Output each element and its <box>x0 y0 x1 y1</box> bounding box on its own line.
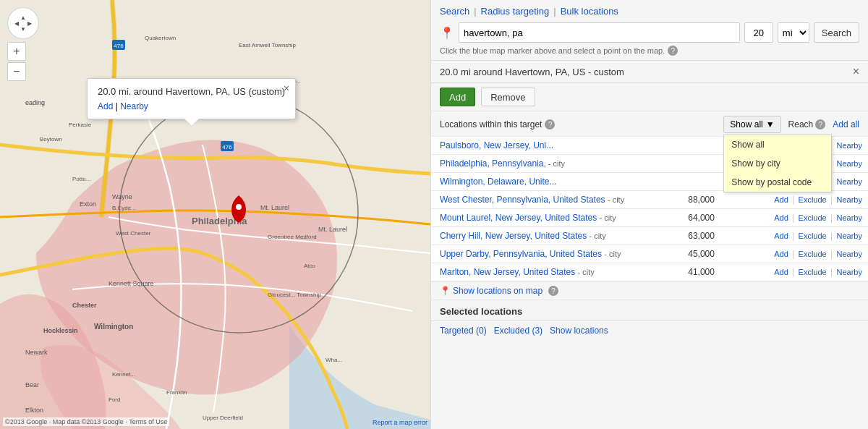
loc-reach-4: 64,000 <box>671 209 720 227</box>
loc-nearby-5[interactable]: Nearby <box>837 232 862 240</box>
panel-tabs: Search | Radius targeting | Bulk locatio… <box>440 6 859 17</box>
result-header: 20.0 mi around Havertown, PA, US - custo… <box>431 61 868 83</box>
table-row: Cherry Hill, New Jersey, United States -… <box>431 227 868 245</box>
add-all-link[interactable]: Add all <box>833 119 859 129</box>
table-row: Marlton, New Jersey, United States - cit… <box>431 263 868 281</box>
show-all-button[interactable]: Show all ▼ <box>723 116 780 133</box>
map-report-link[interactable]: Report a map error <box>373 419 427 426</box>
svg-text:Kennett Square: Kennett Square <box>109 280 154 287</box>
loc-name-6[interactable]: Upper Darby, Pennsylvania, United States… <box>431 245 671 263</box>
result-close-button[interactable]: × <box>853 65 859 78</box>
loc-name-4[interactable]: Mount Laurel, New Jersey, United States … <box>431 209 671 227</box>
loc-name-7[interactable]: Marlton, New Jersey, United States - cit… <box>431 263 671 281</box>
svg-text:Mt. Laurel: Mt. Laurel <box>260 204 289 211</box>
loc-add-7[interactable]: Add <box>774 268 788 276</box>
targeted-link[interactable]: Targeted (0) <box>440 326 487 336</box>
search-row: 📍 mi km Search <box>440 22 859 43</box>
excluded-link[interactable]: Excluded (3) <box>494 326 542 336</box>
zoom-in-button[interactable]: + <box>7 42 26 61</box>
show-locations-map-link[interactable]: 📍 Show locations on map <box>440 286 542 296</box>
loc-reach-5: 63,000 <box>671 227 720 245</box>
search-button[interactable]: Search <box>814 22 859 43</box>
loc-nearby-1[interactable]: Nearby <box>837 159 862 168</box>
svg-text:Kennet...: Kennet... <box>112 371 135 378</box>
tab-radius[interactable]: Radius targeting <box>481 6 550 17</box>
loc-add-5[interactable]: Add <box>774 232 788 240</box>
result-subtitle: custom <box>594 67 624 77</box>
loc-reach-7: 41,000 <box>671 263 720 281</box>
show-locations-link[interactable]: Show locations <box>550 326 608 336</box>
svg-text:Upper Deerfield: Upper Deerfield <box>203 415 243 421</box>
svg-text:Quakertown: Quakertown <box>145 35 176 41</box>
right-panel: Search | Radius targeting | Bulk locatio… <box>430 0 868 429</box>
selected-locations-header: Selected locations <box>431 300 868 321</box>
svg-text:B.Cyde...: B.Cyde... <box>112 205 136 211</box>
loc-exclude-3[interactable]: Exclude <box>799 195 827 204</box>
dropdown-show-postal[interactable]: Show by postal code <box>724 173 831 192</box>
loc-reach-2 <box>671 173 720 191</box>
remove-location-button[interactable]: Remove <box>481 88 535 106</box>
radius-input[interactable] <box>744 22 773 43</box>
loc-nearby-2[interactable]: Nearby <box>837 177 862 186</box>
loc-exclude-6[interactable]: Exclude <box>799 250 827 258</box>
show-all-menu: Show all Show by city Show by postal cod… <box>723 135 832 192</box>
svg-text:Potto...: Potto... <box>72 176 90 182</box>
pan-control[interactable]: ▲ ◀ ▶ ▼ <box>7 7 39 39</box>
selected-locations-row: Targeted (0) Excluded (3) Show locations <box>431 321 868 340</box>
loc-exclude-7[interactable]: Exclude <box>799 268 827 276</box>
add-location-button[interactable]: Add <box>440 88 475 106</box>
loc-nearby-6[interactable]: Nearby <box>837 250 862 258</box>
tooltip-add-link[interactable]: Add <box>98 101 113 111</box>
loc-nearby-4[interactable]: Nearby <box>837 213 862 222</box>
svg-text:eading: eading <box>25 99 45 106</box>
svg-text:▶: ▶ <box>27 20 33 27</box>
svg-text:Boytown: Boytown <box>40 136 62 143</box>
zoom-out-button[interactable]: − <box>7 62 26 81</box>
loc-add-3[interactable]: Add <box>774 195 788 204</box>
dropdown-show-all[interactable]: Show all <box>724 135 831 154</box>
tab-sep-2: | <box>553 6 556 17</box>
reach-text: Reach <box>788 119 814 129</box>
loc-exclude-4[interactable]: Exclude <box>799 213 827 222</box>
loc-nearby-0[interactable]: Nearby <box>837 141 862 150</box>
loc-actions-6: Add | Exclude | Nearby <box>720 245 868 263</box>
tab-bulk[interactable]: Bulk locations <box>561 6 618 17</box>
loc-actions-3: Add | Exclude | Nearby <box>720 191 868 209</box>
svg-text:▼: ▼ <box>20 26 26 33</box>
loc-name-5[interactable]: Cherry Hill, New Jersey, United States -… <box>431 227 671 245</box>
reach-label: Reach ? <box>788 119 826 129</box>
location-search-input[interactable] <box>459 22 740 43</box>
loc-name-0[interactable]: Paulsboro, New Jersey, Uni... <box>431 137 671 155</box>
search-hint: Click the blue map marker above and sele… <box>440 46 859 56</box>
svg-text:Bear: Bear <box>25 381 39 388</box>
loc-name-text-1: Philadelphia, Pennsylvania, - city <box>440 158 565 169</box>
map-container[interactable]: eading Boytown Perkasie Quakertown East … <box>0 0 430 429</box>
svg-text:East Amwell Township: East Amwell Township <box>239 42 297 48</box>
loc-name-1[interactable]: Philadelphia, Pennsylvania, - city <box>431 155 671 173</box>
loc-name-text-7: Marlton, New Jersey, United States - cit… <box>440 267 595 277</box>
loc-actions-4: Add | Exclude | Nearby <box>720 209 868 227</box>
tab-search[interactable]: Search <box>440 6 469 17</box>
loc-exclude-5[interactable]: Exclude <box>799 232 827 240</box>
result-separator: - <box>588 67 594 77</box>
table-row: West Chester, Pennsylvania, United State… <box>431 191 868 209</box>
unit-select[interactable]: mi km <box>778 22 809 43</box>
loc-add-6[interactable]: Add <box>774 250 788 258</box>
loc-nearby-7[interactable]: Nearby <box>837 268 862 276</box>
reach-hint-icon: ? <box>815 119 825 129</box>
loc-name-3[interactable]: West Chester, Pennsylvania, United State… <box>431 191 671 209</box>
result-title-text: 20.0 mi around Havertown, PA, US <box>440 67 585 77</box>
result-title: 20.0 mi around Havertown, PA, US - custo… <box>440 67 624 77</box>
loc-add-4[interactable]: Add <box>774 213 788 222</box>
loc-name-2[interactable]: Wilmington, Delaware, Unite... <box>431 173 671 191</box>
show-all-label: Show all <box>730 119 762 129</box>
loc-actions-7: Add | Exclude | Nearby <box>720 263 868 281</box>
map-navigation: ▲ ◀ ▶ ▼ + − <box>7 7 39 81</box>
loc-nearby-3[interactable]: Nearby <box>837 195 862 204</box>
dropdown-show-city[interactable]: Show by city <box>724 154 831 173</box>
show-locations-map-text: Show locations on map <box>453 286 542 296</box>
tooltip-nearby-link[interactable]: Nearby <box>120 101 148 111</box>
hint-text-label: Click the blue map marker above and sele… <box>440 46 665 55</box>
svg-text:Hocklessin: Hocklessin <box>43 327 78 334</box>
tooltip-close-button[interactable]: × <box>284 82 289 94</box>
